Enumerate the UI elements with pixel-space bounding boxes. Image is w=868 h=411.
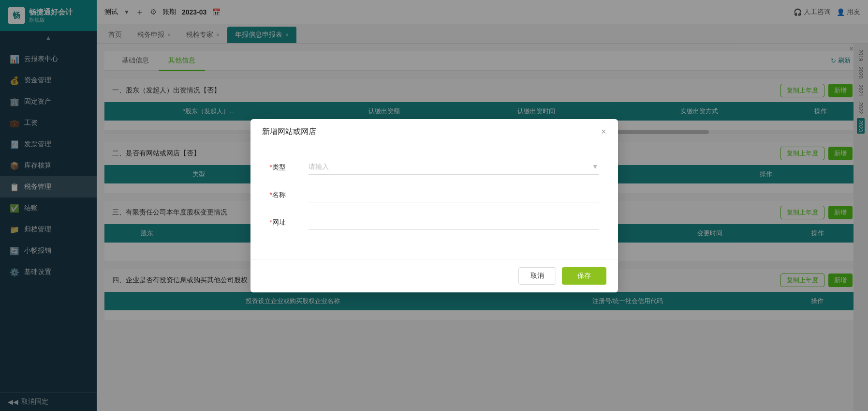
field-name: *名称 [270, 188, 599, 202]
field-type-wrap: ▼ [309, 161, 599, 175]
name-input[interactable] [309, 188, 599, 200]
field-url: *网址 [270, 216, 599, 230]
field-name-wrap [309, 188, 599, 202]
url-input[interactable] [309, 216, 599, 228]
field-type: *类型 ▼ [270, 161, 599, 175]
modal-footer: 取消 保存 [250, 259, 618, 292]
cancel-button[interactable]: 取消 [518, 267, 556, 285]
type-input[interactable] [309, 161, 599, 172]
modal-body: *类型 ▼ *名称 *网址 [250, 145, 618, 259]
field-name-label: *名称 [270, 191, 309, 199]
field-type-label: *类型 [270, 163, 309, 172]
field-url-label: *网址 [270, 218, 309, 227]
modal-add-website: 新增网站或网店 × *类型 ▼ *名称 [250, 119, 618, 292]
modal-header: 新增网站或网店 × [250, 119, 618, 145]
field-url-wrap [309, 216, 599, 230]
modal-overlay[interactable]: 新增网站或网店 × *类型 ▼ *名称 [0, 0, 868, 411]
dropdown-icon-type[interactable]: ▼ [592, 163, 599, 170]
modal-close-button[interactable]: × [601, 127, 606, 137]
save-button[interactable]: 保存 [562, 267, 606, 285]
modal-title: 新增网站或网店 [262, 127, 316, 137]
